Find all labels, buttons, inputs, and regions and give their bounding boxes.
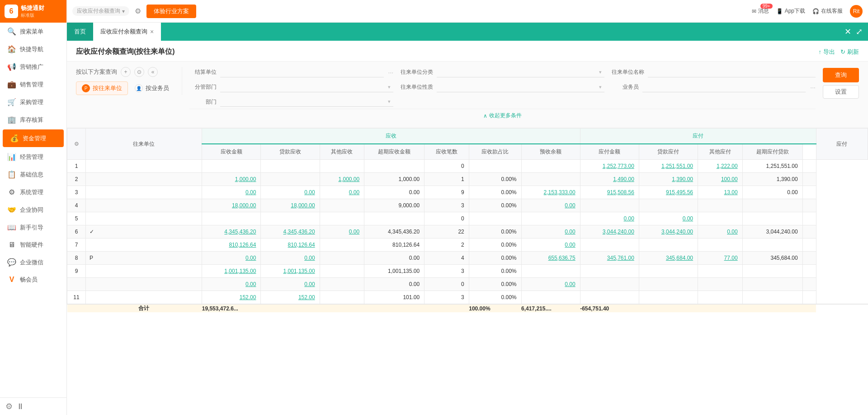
ap-amount-cell[interactable]: 345,761.00 — [580, 252, 639, 265]
tab-home[interactable]: 首页 — [67, 23, 93, 41]
sidebar-item-sales[interactable]: 💼 销售管理 — [0, 76, 66, 93]
ap-loan-cell[interactable] — [639, 239, 698, 252]
ap-amount-cell[interactable] — [580, 291, 639, 305]
ap-loan-cell[interactable]: 3,044,240.00 — [639, 225, 698, 239]
sidebar-item-system[interactable]: ⚙ 系统管理 — [0, 183, 66, 201]
ar-prepay-cell[interactable]: 2,153,333.00 — [521, 186, 580, 199]
ap-amount-cell[interactable]: 1,490.00 — [580, 173, 639, 186]
refresh-button[interactable]: ↻ 刷新 — [840, 48, 859, 56]
online-service-button[interactable]: 🎧 在线客服 — [812, 7, 843, 15]
sidebar-item-enterprise[interactable]: 🤝 企业协同 — [0, 201, 66, 219]
ar-loan-cell[interactable]: 1,001,135.00 — [261, 265, 320, 278]
ar-loan-cell[interactable]: 0.00 — [261, 278, 320, 291]
ap-loan-cell[interactable] — [639, 265, 698, 278]
ar-amount-cell[interactable]: 18,000.00 — [202, 199, 261, 212]
sidebar-item-wechat[interactable]: 💬 企业微信 — [0, 253, 66, 271]
message-button[interactable]: ✉ 消息 99+ — [752, 7, 769, 15]
export-button[interactable]: ↑ 导出 — [819, 48, 835, 56]
ar-loan-cell[interactable] — [261, 160, 320, 173]
ar-prepay-cell[interactable] — [521, 291, 580, 305]
query-tab-by-salesman[interactable]: 👤 按业务员 — [129, 82, 175, 95]
ar-amount-cell[interactable] — [202, 160, 261, 173]
ar-prepay-cell[interactable]: 655,636.75 — [521, 252, 580, 265]
settings-bottom-icon[interactable]: ⚙ — [5, 401, 13, 411]
ap-other-cell[interactable] — [698, 199, 743, 212]
ar-loan-cell[interactable]: 18,000.00 — [261, 199, 320, 212]
ar-prepay-cell[interactable]: 0.00 — [521, 199, 580, 212]
sidebar-item-finance[interactable]: 💰 资金管理 — [3, 129, 64, 147]
solution-button[interactable]: 体验行业方案 — [146, 5, 196, 18]
ap-other-cell[interactable]: 13.00 — [698, 186, 743, 199]
ap-other-cell[interactable] — [698, 212, 743, 225]
ar-other-cell[interactable]: 0.00 — [320, 186, 364, 199]
ap-other-cell[interactable]: 77.00 — [698, 252, 743, 265]
partner-name-input[interactable] — [648, 67, 816, 77]
ap-amount-cell[interactable]: 915,508.56 — [580, 186, 639, 199]
ar-prepay-cell[interactable] — [521, 173, 580, 186]
ar-amount-cell[interactable]: 1,000.00 — [202, 173, 261, 186]
query-button[interactable]: 查询 — [823, 68, 859, 82]
ar-prepay-cell[interactable]: 0.00 — [521, 278, 580, 291]
ar-prepay-cell[interactable]: 0.00 — [521, 225, 580, 239]
tab-arquery[interactable]: 应收应付余额查询 × — [93, 23, 161, 41]
partner-nature-select[interactable]: ▾ — [437, 82, 604, 92]
sidebar-item-basicinfo[interactable]: 📋 基础信息 — [0, 166, 66, 183]
ar-loan-cell[interactable]: 0.00 — [261, 252, 320, 265]
sidebar-item-member[interactable]: V 畅会员 — [0, 271, 66, 288]
ar-amount-cell[interactable]: 152.00 — [202, 291, 261, 305]
ap-other-cell[interactable] — [698, 239, 743, 252]
ap-loan-cell[interactable]: 0.00 — [639, 212, 698, 225]
dept-select[interactable]: ▾ — [220, 82, 393, 92]
sidebar-item-quicknav[interactable]: 🏠 快捷导航 — [0, 40, 66, 58]
set-button[interactable]: 设置 — [823, 85, 859, 99]
sidebar-item-purchase[interactable]: 🛒 采购管理 — [0, 93, 66, 111]
ar-amount-cell[interactable]: 810,126.64 — [202, 239, 261, 252]
ar-other-cell[interactable]: 0.00 — [320, 225, 364, 239]
ar-amount-cell[interactable]: 0.00 — [202, 252, 261, 265]
sidebar-item-search[interactable]: 🔍 搜索菜单 — [0, 23, 66, 40]
ar-other-cell[interactable] — [320, 278, 364, 291]
header-settings-icon[interactable]: ⚙ — [135, 7, 141, 15]
ar-loan-cell[interactable]: 0.00 — [261, 186, 320, 199]
ap-other-cell[interactable]: 100.00 — [698, 173, 743, 186]
ar-loan-cell[interactable] — [261, 212, 320, 225]
ar-prepay-cell[interactable] — [521, 265, 580, 278]
ap-loan-cell[interactable] — [639, 278, 698, 291]
department-select[interactable]: ▾ — [220, 97, 393, 107]
ap-other-cell[interactable] — [698, 291, 743, 305]
sidebar-item-marketing[interactable]: 📢 营销推广 — [0, 58, 66, 76]
maximize-icon[interactable]: ⤢ — [856, 27, 863, 37]
ap-amount-cell[interactable]: 3,044,240.00 — [580, 225, 639, 239]
ap-other-cell[interactable]: 1,222.00 — [698, 160, 743, 173]
ap-loan-cell[interactable] — [639, 291, 698, 305]
ar-other-cell[interactable] — [320, 160, 364, 173]
ap-amount-cell[interactable]: 1,252,773.00 — [580, 160, 639, 173]
app-download-button[interactable]: 📱 App下载 — [776, 7, 805, 15]
ar-amount-cell[interactable]: 4,345,436.20 — [202, 225, 261, 239]
ar-other-cell[interactable] — [320, 239, 364, 252]
ap-loan-cell[interactable] — [639, 199, 698, 212]
sidebar-item-management[interactable]: 📊 经营管理 — [0, 148, 66, 166]
query-tab-by-partner[interactable]: P 按往来单位 — [76, 81, 128, 95]
ar-prepay-cell[interactable] — [521, 212, 580, 225]
ar-other-cell[interactable] — [320, 291, 364, 305]
ar-loan-cell[interactable]: 810,126.64 — [261, 239, 320, 252]
ar-amount-cell[interactable]: 0.00 — [202, 186, 261, 199]
ap-other-cell[interactable] — [698, 265, 743, 278]
ar-loan-cell[interactable]: 4,345,436.20 — [261, 225, 320, 239]
table-settings-icon[interactable]: ⚙ — [72, 139, 81, 148]
ap-amount-cell[interactable] — [580, 278, 639, 291]
partner-category-select[interactable]: ▾ — [437, 67, 604, 77]
footer-ar-prepay[interactable]: 6,417,215.... — [521, 304, 580, 312]
ap-loan-cell[interactable]: 345,684.00 — [639, 252, 698, 265]
ar-other-cell[interactable] — [320, 212, 364, 225]
ap-other-cell[interactable]: 0.00 — [698, 225, 743, 239]
ap-other-cell[interactable] — [698, 278, 743, 291]
collapse-button[interactable]: ∧ 收起更多条件 — [483, 112, 522, 119]
ar-amount-cell[interactable] — [202, 212, 261, 225]
ap-amount-cell[interactable] — [580, 239, 639, 252]
ar-other-cell[interactable] — [320, 252, 364, 265]
ar-prepay-cell[interactable]: 0.00 — [521, 239, 580, 252]
ap-amount-cell[interactable] — [580, 265, 639, 278]
settlement-unit-input[interactable] — [220, 67, 383, 77]
